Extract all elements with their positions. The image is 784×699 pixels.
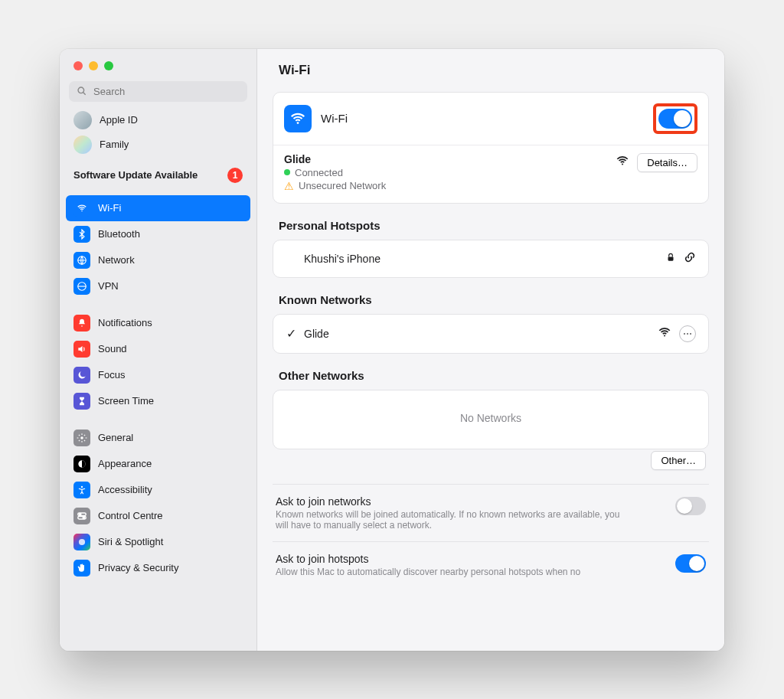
details-button[interactable]: Details… xyxy=(637,153,697,172)
other-network-button[interactable]: Other… xyxy=(651,451,706,470)
avatar xyxy=(74,136,92,154)
account-section: Apple ID Family xyxy=(60,108,256,157)
known-network-item[interactable]: ✓ Glide ⋯ xyxy=(273,315,708,353)
search-input[interactable] xyxy=(92,85,240,98)
ask-join-hotspots-desc: Allow this Mac to automatically discover… xyxy=(276,567,628,577)
hotspot-link-icon xyxy=(684,251,696,266)
settings-window: Apple ID Family Software Update Availabl… xyxy=(60,49,724,651)
lock-icon xyxy=(665,252,676,266)
sidebar-item-label: Privacy & Security xyxy=(98,562,178,573)
svg-point-12 xyxy=(79,538,85,544)
svg-point-13 xyxy=(297,122,299,124)
sidebar-item-screentime[interactable]: Screen Time xyxy=(66,388,250,414)
sidebar-item-label: Focus xyxy=(98,369,125,381)
avatar xyxy=(74,111,92,129)
personal-hotspots-heading: Personal Hotspots xyxy=(279,219,709,232)
known-networks-heading: Known Networks xyxy=(279,293,709,306)
accessibility-icon xyxy=(74,482,90,498)
svg-point-7 xyxy=(81,485,83,487)
wifi-card: Wi-Fi Glide Connected ⚠︎ Unsecured Netwo… xyxy=(273,92,709,204)
minimize-window-button[interactable] xyxy=(89,61,98,70)
sidebar-item-general[interactable]: General xyxy=(66,425,250,451)
other-networks-list: No Networks xyxy=(273,390,709,449)
sidebar-item-notifications[interactable]: Notifications xyxy=(66,310,250,336)
sidebar-item-label: Notifications xyxy=(98,317,152,328)
appleid-label: Apple ID xyxy=(100,114,138,126)
more-options-button[interactable]: ⋯ xyxy=(679,325,696,342)
wifi-signal-icon xyxy=(616,154,629,171)
sidebar-item-label: Sound xyxy=(98,343,127,354)
sidebar-item-label: Accessibility xyxy=(98,484,152,495)
wifi-signal-icon xyxy=(658,325,671,342)
wifi-icon xyxy=(74,200,90,217)
siri-icon xyxy=(74,534,90,550)
sidebar-item-label: VPN xyxy=(98,280,119,292)
sidebar-item-label: Bluetooth xyxy=(98,228,140,240)
hotspot-name: Khushi's iPhone xyxy=(304,253,665,265)
bluetooth-icon xyxy=(74,226,90,243)
wifi-icon xyxy=(284,105,312,132)
svg-point-2 xyxy=(81,210,83,211)
svg-line-1 xyxy=(83,93,86,95)
sidebar-item-vpn[interactable]: VPN xyxy=(66,273,250,299)
search-field[interactable] xyxy=(69,81,247,102)
sidebar-item-label: Network xyxy=(98,254,135,266)
sidebar-item-accessibility[interactable]: Accessibility xyxy=(66,477,250,503)
sidebar-item-label: General xyxy=(98,432,133,443)
software-update-label: Software Update Available xyxy=(74,169,198,181)
sidebar: Apple ID Family Software Update Availabl… xyxy=(60,49,257,651)
sidebar-item-controlcentre[interactable]: Control Centre xyxy=(66,503,250,529)
no-networks-text: No Networks xyxy=(273,390,708,446)
sidebar-item-wifi[interactable]: Wi-Fi xyxy=(66,195,250,221)
current-network-name: Glide xyxy=(284,153,616,165)
ask-join-hotspots-title: Ask to join hotspots xyxy=(276,553,665,565)
sidebar-item-family[interactable]: Family xyxy=(66,132,250,157)
sidebar-item-label: Wi-Fi xyxy=(98,202,121,214)
svg-point-16 xyxy=(664,335,665,336)
sidebar-group-alerts: Notifications Sound Focus Screen Time xyxy=(60,309,256,416)
main-content: Wi-Fi Wi-Fi Glide Connected xyxy=(257,49,724,651)
gear-icon xyxy=(74,430,90,446)
wifi-toggle[interactable] xyxy=(658,109,692,129)
sidebar-item-label: Appearance xyxy=(98,458,152,469)
sidebar-item-software-update[interactable]: Software Update Available 1 xyxy=(60,157,256,194)
ask-join-networks-desc: Known networks will be joined automatica… xyxy=(276,509,628,531)
zoom-window-button[interactable] xyxy=(104,61,113,70)
hotspot-list: Khushi's iPhone xyxy=(273,240,709,278)
update-badge: 1 xyxy=(227,168,243,183)
hourglass-icon xyxy=(74,393,90,410)
wifi-label: Wi-Fi xyxy=(321,112,653,125)
checkmark-icon: ✓ xyxy=(286,326,296,341)
warning-icon: ⚠︎ xyxy=(284,180,294,192)
sidebar-item-label: Siri & Spotlight xyxy=(98,536,163,547)
sidebar-group-network: Wi-Fi Bluetooth Network VPN xyxy=(60,194,256,301)
ask-join-hotspots-toggle[interactable] xyxy=(675,554,706,573)
hand-icon xyxy=(74,560,90,577)
sidebar-item-appleid[interactable]: Apple ID xyxy=(66,108,250,132)
sidebar-item-label: Screen Time xyxy=(98,395,154,407)
svg-point-10 xyxy=(80,513,81,514)
ask-join-hotspots-row: Ask to join hotspots Allow this Mac to a… xyxy=(273,541,709,588)
sidebar-item-network[interactable]: Network xyxy=(66,247,250,273)
sidebar-item-appearance[interactable]: Appearance xyxy=(66,451,250,477)
appearance-icon xyxy=(74,456,90,472)
annotation-highlight xyxy=(653,103,697,134)
sidebar-item-sound[interactable]: Sound xyxy=(66,336,250,362)
sidebar-item-privacy[interactable]: Privacy & Security xyxy=(66,555,250,581)
close-window-button[interactable] xyxy=(74,61,83,70)
sidebar-group-system: General Appearance Accessibility Control… xyxy=(60,423,256,583)
sidebar-item-bluetooth[interactable]: Bluetooth xyxy=(66,221,250,247)
window-controls xyxy=(60,57,256,78)
svg-point-5 xyxy=(80,436,83,439)
known-networks-list: ✓ Glide ⋯ xyxy=(273,314,709,354)
svg-point-14 xyxy=(622,164,623,165)
warning-text: Unsecured Network xyxy=(299,180,386,191)
hotspot-item[interactable]: Khushi's iPhone xyxy=(273,240,708,277)
ask-join-networks-row: Ask to join networks Known networks will… xyxy=(273,484,709,541)
search-icon xyxy=(77,86,87,96)
ask-join-networks-toggle[interactable] xyxy=(675,497,706,515)
other-networks-heading: Other Networks xyxy=(279,369,709,382)
switches-icon xyxy=(74,508,90,524)
sidebar-item-focus[interactable]: Focus xyxy=(66,362,250,388)
sidebar-item-siri[interactable]: Siri & Spotlight xyxy=(66,529,250,555)
